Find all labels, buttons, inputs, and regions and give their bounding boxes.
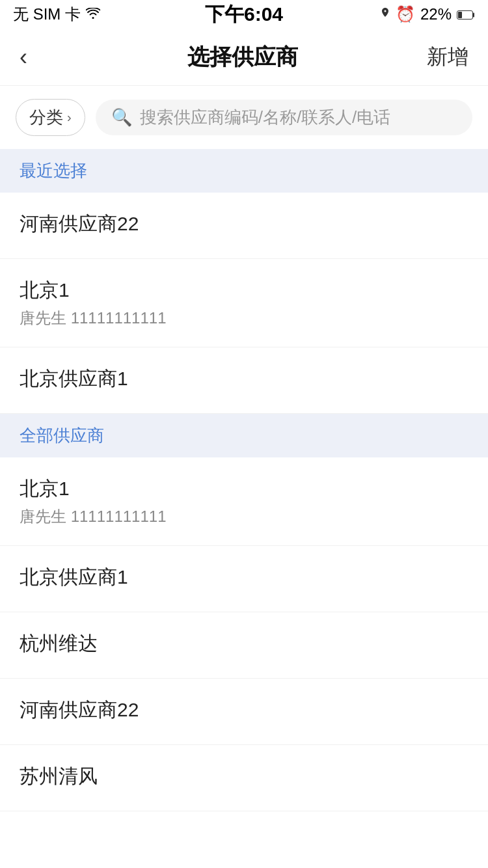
add-button[interactable]: 新增 bbox=[427, 43, 468, 72]
alarm-icon: ⏰ bbox=[396, 5, 415, 23]
status-left: 无 SIM 卡 bbox=[13, 4, 100, 25]
wifi-icon bbox=[86, 5, 100, 23]
search-area: 分类 › 🔍 bbox=[0, 86, 488, 149]
item-detail: 唐先生 11111111111 bbox=[20, 506, 468, 527]
item-detail: 唐先生 11111111111 bbox=[20, 308, 468, 329]
chevron-right-icon: › bbox=[67, 110, 72, 125]
page-title: 选择供应商 bbox=[187, 42, 298, 72]
back-button[interactable]: ‹ bbox=[20, 44, 59, 71]
item-name: 北京供应商1 bbox=[20, 366, 468, 392]
item-name: 苏州清风 bbox=[20, 763, 468, 790]
nav-bar: ‹ 选择供应商 新增 bbox=[0, 29, 488, 86]
list-item[interactable]: 杭州维达 bbox=[0, 612, 488, 679]
list-item[interactable]: 河南供应商22 bbox=[0, 193, 488, 259]
search-box: 🔍 bbox=[96, 100, 472, 135]
status-time: 下午6:04 bbox=[205, 1, 283, 28]
category-button[interactable]: 分类 › bbox=[16, 99, 85, 136]
list-item[interactable]: 河南供应商22 bbox=[0, 679, 488, 745]
item-name: 河南供应商22 bbox=[20, 211, 468, 237]
list-item[interactable]: 北京1唐先生 11111111111 bbox=[0, 457, 488, 546]
list-item[interactable]: 苏州清风 bbox=[0, 745, 488, 811]
recent-section-header: 最近选择 bbox=[0, 149, 488, 193]
item-name: 北京供应商1 bbox=[20, 564, 468, 591]
item-name: 北京1 bbox=[20, 277, 468, 304]
battery-text: 22% bbox=[420, 5, 452, 23]
list-item[interactable]: 北京供应商1 bbox=[0, 546, 488, 612]
search-icon: 🔍 bbox=[111, 107, 132, 128]
status-right: ⏰ 22% bbox=[380, 5, 475, 23]
location-icon bbox=[380, 5, 390, 23]
category-label: 分类 bbox=[29, 106, 63, 129]
recent-items-list: 河南供应商22北京1唐先生 11111111111北京供应商1 bbox=[0, 193, 488, 414]
list-item[interactable]: 北京供应商1 bbox=[0, 347, 488, 414]
status-bar: 无 SIM 卡 下午6:04 ⏰ 22% bbox=[0, 0, 488, 29]
svg-rect-1 bbox=[458, 12, 462, 18]
all-items-list: 北京1唐先生 11111111111北京供应商1杭州维达河南供应商22苏州清风 bbox=[0, 457, 488, 811]
item-name: 河南供应商22 bbox=[20, 697, 468, 724]
carrier-text: 无 SIM 卡 bbox=[13, 4, 81, 25]
all-section-header: 全部供应商 bbox=[0, 414, 488, 457]
search-input[interactable] bbox=[140, 107, 457, 128]
battery-icon bbox=[457, 5, 475, 23]
item-name: 杭州维达 bbox=[20, 631, 468, 657]
list-item[interactable]: 北京1唐先生 11111111111 bbox=[0, 259, 488, 347]
item-name: 北京1 bbox=[20, 476, 468, 502]
